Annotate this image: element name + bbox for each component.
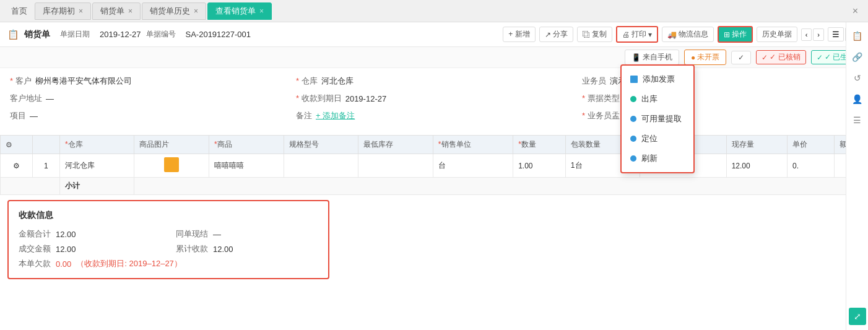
prev-button[interactable]: ‹ <box>801 28 812 41</box>
project-value: — <box>30 111 38 121</box>
not-open-button[interactable]: ● 未开票 <box>684 50 726 65</box>
sidebar-user-icon[interactable]: 👤 <box>849 90 866 108</box>
payment-title: 收款信息 <box>19 210 318 221</box>
customer-value: 柳州粤港平安气体有限公司 <box>35 76 132 87</box>
project-field: 项目 — <box>10 110 286 121</box>
sidebar-link-icon[interactable]: 🔗 <box>849 48 866 66</box>
payment-arrears: 本单欠款 0.00 （收款到期日: 2019–12–27） <box>19 258 318 269</box>
action-row: 📱 来自手机 ● 未开票 ✓ ✓ ✓ 已核销 ✓ ✓ 已生效 <box>0 47 868 68</box>
cell-warehouse: 河北仓库 <box>59 154 134 178</box>
th-product: *商品 <box>209 136 284 154</box>
cell-subtotal-label <box>1 178 60 195</box>
add-invoice-item[interactable]: 添加发票 <box>622 69 693 89</box>
th-spec: 规格型号 <box>284 136 358 154</box>
warehouse-field: 仓库 河北仓库 <box>296 76 572 87</box>
payment-section: 收款信息 金额合计 12.00 同单现结 — 成交金额 12.00 累计收款 1… <box>7 200 329 279</box>
tab-view-sales[interactable]: 查看销货单 × <box>207 2 272 20</box>
payment-grid: 金额合计 12.00 同单现结 — 成交金额 12.00 累计收款 12.00 … <box>19 228 318 269</box>
th-sales-unit: *销售单位 <box>433 136 513 154</box>
sidebar-doc-icon[interactable]: 📋 <box>849 27 866 45</box>
sold-check-icon: ✓ <box>762 53 768 62</box>
refresh-icon <box>630 155 636 162</box>
doc-title: 销货单 <box>24 29 50 40</box>
cumulative-label: 累计收款 <box>176 243 208 254</box>
tab-home[interactable]: 首页 <box>5 6 33 17</box>
project-label: 项目 <box>10 110 26 121</box>
sold-badge: ✓ ✓ 已核销 <box>756 50 805 64</box>
total-amount-value: 12.00 <box>56 230 76 239</box>
transaction-label: 成交金额 <box>19 243 51 254</box>
truck-icon: 🚚 <box>667 30 677 39</box>
from-phone-button[interactable]: 📱 来自手机 <box>625 50 679 65</box>
due-date-label: 收款到期日 <box>296 93 342 104</box>
form-row-2: 客户地址 — 收款到期日 2019-12-27 票据类型 不开票 <box>10 93 858 104</box>
product-table: ⚙ *仓库 商品图片 *商品 规格型号 最低库存 *销售单位 *数量 包装数量 … <box>0 135 868 195</box>
ticket-icon: ● <box>691 53 695 62</box>
cell-sales-unit: 台 <box>433 154 513 178</box>
form-row-1: 客户 柳州粤港平安气体有限公司 仓库 河北仓库 业务员 演示账号 <box>10 76 858 87</box>
next-button[interactable]: › <box>813 28 824 41</box>
address-label: 客户地址 <box>10 93 42 104</box>
locate-icon <box>630 136 636 142</box>
doc-date-value: 2019-12-27 <box>100 30 141 39</box>
close-sales-tab[interactable]: × <box>128 7 132 15</box>
share-icon: ↗ <box>545 30 551 39</box>
close-inventory-tab[interactable]: × <box>79 7 83 15</box>
history-button[interactable]: 历史单据 <box>757 27 797 42</box>
operation-dropdown: 添加发票 出库 可用量提取 定位 刷新 <box>620 64 695 173</box>
nav-arrows: ‹ › <box>801 28 824 41</box>
outbound-icon <box>630 96 636 102</box>
share-button[interactable]: ↗ 分享 <box>539 27 573 42</box>
tab-inventory[interactable]: 库存期初 × <box>35 2 91 20</box>
tab-sales[interactable]: 销货单 × <box>92 2 141 20</box>
cell-quantity: 1.00 <box>513 154 566 178</box>
print-button[interactable]: 🖨 打印 ▾ <box>616 26 658 43</box>
cell-subtotal-empty <box>134 178 868 195</box>
operation-button[interactable]: ⊞ 操作 <box>718 26 753 43</box>
business-label: 业务员盂 <box>582 110 620 121</box>
cell-min-stock <box>358 154 433 178</box>
cell-gear[interactable]: ⚙ <box>1 154 33 178</box>
logistics-button[interactable]: 🚚 物流信息 <box>662 27 714 42</box>
cell-spec <box>284 154 358 178</box>
same-order-value: — <box>213 230 221 239</box>
sidebar-list-icon[interactable]: ☰ <box>849 111 866 129</box>
th-current-stock: 现存量 <box>726 136 787 154</box>
grid-icon: ⊞ <box>724 30 730 39</box>
payment-same-order: 同单现结 — <box>176 228 318 240</box>
cumulative-value: 12.00 <box>213 245 233 254</box>
total-amount-label: 金额合计 <box>19 228 51 240</box>
close-all-tabs-button[interactable]: × <box>848 6 863 17</box>
arrears-label: 本单欠款 <box>19 258 51 269</box>
outbound-item[interactable]: 出库 <box>622 89 693 109</box>
available-pickup-item[interactable]: 可用量提取 <box>622 109 693 129</box>
customer-label: 客户 <box>10 76 32 87</box>
confirm-button[interactable]: ✓ <box>731 51 751 64</box>
copy-icon: ⿻ <box>583 30 590 39</box>
due-date-field: 收款到期日 2019-12-27 <box>296 93 572 104</box>
tab-bar: 首页 库存期初 × 销货单 × 销货单历史 × 查看销货单 × × <box>0 0 868 22</box>
th-min-stock: 最低库存 <box>358 136 433 154</box>
refresh-item[interactable]: 刷新 <box>622 149 693 168</box>
new-button[interactable]: + 新增 <box>503 27 535 42</box>
sidebar-expand-icon[interactable]: ⤢ <box>849 308 866 325</box>
warehouse-value: 河北仓库 <box>321 76 354 87</box>
locate-item[interactable]: 定位 <box>622 129 693 149</box>
table-header-row: ⚙ *仓库 商品图片 *商品 规格型号 最低库存 *销售单位 *数量 包装数量 … <box>1 136 868 154</box>
address-value: — <box>46 94 54 103</box>
tab-sales-history[interactable]: 销货单历史 × <box>142 2 206 20</box>
effect-check-icon: ✓ <box>817 53 823 62</box>
document-area: 📋 销货单 单据日期 2019-12-27 单据编号 SA-20191227-0… <box>0 22 868 330</box>
warehouse-label: 仓库 <box>296 76 318 87</box>
add-remark-link[interactable]: + 添加备注 <box>316 110 355 121</box>
arrears-value: 0.00 <box>56 259 71 269</box>
sidebar-refresh-icon[interactable]: ↺ <box>849 69 866 87</box>
view-list-button[interactable]: ☰ <box>828 27 844 41</box>
th-quantity: *数量 <box>513 136 566 154</box>
form-row-3: 项目 — 备注 + 添加备注 业务员盂 — <box>10 110 858 121</box>
staff-label: 业务员 <box>582 76 606 87</box>
close-sales-history-tab[interactable]: × <box>194 7 198 15</box>
copy-button[interactable]: ⿻ 复制 <box>577 27 612 42</box>
product-table-wrapper: ⚙ *仓库 商品图片 *商品 规格型号 最低库存 *销售单位 *数量 包装数量 … <box>0 135 868 195</box>
close-view-sales-tab[interactable]: × <box>259 7 264 15</box>
